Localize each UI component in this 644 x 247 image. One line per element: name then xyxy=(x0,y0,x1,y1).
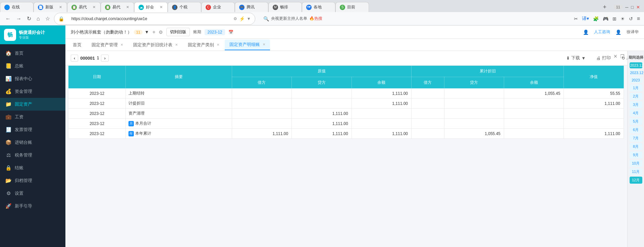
reload-button[interactable]: ↻ xyxy=(25,14,33,23)
browser-tab-tab8[interactable]: 🎮 腾讯 xyxy=(235,2,268,12)
browser-tab-tab11[interactable]: S 目前 xyxy=(335,2,369,12)
sidebar-item-salary[interactable]: 💼 工资 xyxy=(0,111,65,123)
add-company-btn[interactable]: + xyxy=(152,29,155,35)
bookmark-button[interactable]: ☆ xyxy=(44,14,51,23)
page-tab-close-fixed_mgmt[interactable]: ✕ xyxy=(120,43,123,47)
settings-btn[interactable]: ⚙ xyxy=(159,29,163,35)
sidebar-item-reports[interactable]: 📊 报表中心 xyxy=(0,72,65,85)
cell-net-4: 1,111.00 xyxy=(564,129,624,139)
date-badge-8[interactable]: 6月 xyxy=(630,126,642,133)
browser-tab-tab5[interactable]: ☁ 好会 ✕ xyxy=(134,2,168,12)
page-tab-detail[interactable]: 固定资产明细账 ✕ xyxy=(225,40,270,50)
period-badge[interactable]: 2023-12 xyxy=(205,29,225,35)
sidebar-label-home: 首页 xyxy=(15,50,23,56)
sidebar-icon-salary: 💼 xyxy=(5,114,11,120)
back-button[interactable]: ← xyxy=(4,14,12,23)
sidebar-item-tax[interactable]: ⚖ 税务管理 xyxy=(0,149,65,162)
new-tab-button[interactable]: + xyxy=(600,2,610,12)
browser-tab-tab2[interactable]: 📄 新版 ✕ xyxy=(34,2,67,12)
sidebar-item-settings[interactable]: ⚙ 设置 xyxy=(0,187,65,200)
page-tab-close-depreciation[interactable]: ✕ xyxy=(175,43,178,47)
dropdown-icon[interactable]: ▼ xyxy=(247,16,251,21)
page-tab-home[interactable]: 首页 xyxy=(68,40,86,50)
gamepad-icon[interactable]: 🎮 xyxy=(603,16,608,21)
print-icon: 🖨 xyxy=(596,56,601,61)
scissors-icon[interactable]: ✂ xyxy=(574,16,578,21)
date-badge-1[interactable]: 2023.12 xyxy=(630,70,642,76)
browser-tab-tab6[interactable]: 👤 个税 xyxy=(168,2,201,12)
date-badge-0[interactable]: 2023.12 xyxy=(630,62,642,68)
sidebar-label-inventory: 进销台账 xyxy=(15,139,32,145)
translate-icon[interactable]: 译▾ xyxy=(582,16,589,22)
forward-button[interactable]: → xyxy=(15,14,23,23)
sidebar-item-home[interactable]: 🏠 首页 xyxy=(0,47,65,60)
cell-debit1-3 xyxy=(232,119,291,129)
home-button[interactable]: ⌂ xyxy=(35,14,41,23)
close-window-btn[interactable]: ✕ xyxy=(636,5,640,10)
user-name: 徐译华 xyxy=(627,29,639,35)
cell-credit2-1 xyxy=(444,99,504,109)
date-badge-10[interactable]: 8月 xyxy=(630,143,642,150)
next-page-btn[interactable]: › xyxy=(101,55,108,62)
extension2-icon[interactable]: 🧩 xyxy=(593,16,599,21)
browser-tab-tab10[interactable]: 🗺 各地 xyxy=(302,2,335,12)
date-badge-12[interactable]: 10月 xyxy=(630,160,642,167)
browser-tab-tab7[interactable]: C 企业 xyxy=(201,2,235,12)
help-text[interactable]: 人工咨询 xyxy=(594,29,610,35)
grid-icon[interactable]: ⊞ xyxy=(612,16,616,21)
date-badge-4[interactable]: 2月 xyxy=(630,93,642,100)
hot-search-badge[interactable]: 🔥热搜 xyxy=(309,16,322,21)
browser-tab-tab1[interactable]: 🌐 在线 xyxy=(0,2,34,12)
date-badge-2[interactable]: 2023 xyxy=(630,77,642,83)
tab-count-badge: 11 xyxy=(614,5,623,9)
tab-close-tab3[interactable]: ✕ xyxy=(92,4,96,10)
ledger-table: 日期 摘要 原值 累计折旧 净值 借方 贷方 余额 借方 贷方 余额 xyxy=(68,65,624,139)
browser-tab-tab3[interactable]: 📋 易代 ✕ xyxy=(67,2,101,12)
tab-close-tab5[interactable]: ✕ xyxy=(159,4,163,10)
date-badge-3[interactable]: 1月 xyxy=(630,84,642,91)
cell-balance1-1: 1,111.00 xyxy=(352,99,411,109)
cell-balance1-0: 1,111.00 xyxy=(352,88,411,99)
sidebar-item-funds[interactable]: 💰 资金管理 xyxy=(0,85,65,98)
sidebar-item-archive[interactable]: 📂 归档管理 xyxy=(0,174,65,187)
sidebar-label-reports: 报表中心 xyxy=(15,76,32,82)
page-tab-close-detail[interactable]: ✕ xyxy=(263,43,265,46)
url-input[interactable] xyxy=(66,14,231,23)
content-expand-btn[interactable]: ❐ xyxy=(620,54,625,59)
tab-close-tab4[interactable]: ✕ xyxy=(125,4,130,10)
sidebar-item-inventory[interactable]: 📦 进销台账 xyxy=(0,136,65,149)
company-selector[interactable]: 刘小艳演示账套（勿删勿动！） 11 ▼ xyxy=(71,29,149,35)
date-badge-6[interactable]: 4月 xyxy=(630,110,642,117)
content-close-btn[interactable]: ✕ xyxy=(613,54,618,59)
minimize-btn[interactable]: ─ xyxy=(625,5,628,10)
date-badge-11[interactable]: 9月 xyxy=(630,151,642,159)
prev-page-btn[interactable]: ‹ xyxy=(71,55,78,62)
date-badge-7[interactable]: 5月 xyxy=(630,118,642,125)
date-badge-9[interactable]: 7月 xyxy=(630,135,642,142)
date-badge-14[interactable]: 12月 xyxy=(630,177,642,184)
page-tab-fixed_mgmt[interactable]: 固定资产管理 ✕ xyxy=(87,40,128,50)
tab-close-tab2[interactable]: ✕ xyxy=(58,4,63,10)
download-btn[interactable]: ⬇ 下载 ▼ xyxy=(563,54,589,62)
sidebar-item-ledger[interactable]: 📒 总账 xyxy=(0,60,65,72)
date-badge-5[interactable]: 3月 xyxy=(630,101,642,108)
switch-version-btn[interactable]: 切到旧版 xyxy=(166,28,190,36)
pagination-ctrl: ‹ 000001 1 › xyxy=(71,55,109,62)
browser-tab-tab9[interactable]: M 畅排 xyxy=(268,2,302,12)
page-tab-category[interactable]: 固定资产类别 ✕ xyxy=(183,40,224,50)
cell-debit2-4 xyxy=(412,129,444,139)
sidebar-label-salary: 工资 xyxy=(15,114,23,120)
sidebar-item-invoice[interactable]: 🧾 发票管理 xyxy=(0,123,65,136)
sidebar-item-fixed_assets[interactable]: 📁 固定资产 xyxy=(0,98,65,111)
sun-icon[interactable]: ☀ xyxy=(621,16,625,21)
browser-tab-tab4[interactable]: 📋 易代 ✕ xyxy=(101,2,134,12)
menu-icon[interactable]: ≡ xyxy=(637,16,640,22)
calendar-icon[interactable]: 📅 xyxy=(228,30,233,35)
page-tab-depreciation[interactable]: 固定资产折旧统计表 ✕ xyxy=(128,40,182,50)
page-tab-close-category[interactable]: ✕ xyxy=(217,43,219,47)
date-badge-13[interactable]: 11月 xyxy=(630,168,642,175)
sidebar-item-guide[interactable]: 🚀 新手引导 xyxy=(0,200,65,212)
sidebar-item-closing[interactable]: 🔒 结账 xyxy=(0,162,65,174)
undo-icon[interactable]: ↺ xyxy=(629,16,633,21)
restore-btn[interactable]: □ xyxy=(631,5,634,10)
